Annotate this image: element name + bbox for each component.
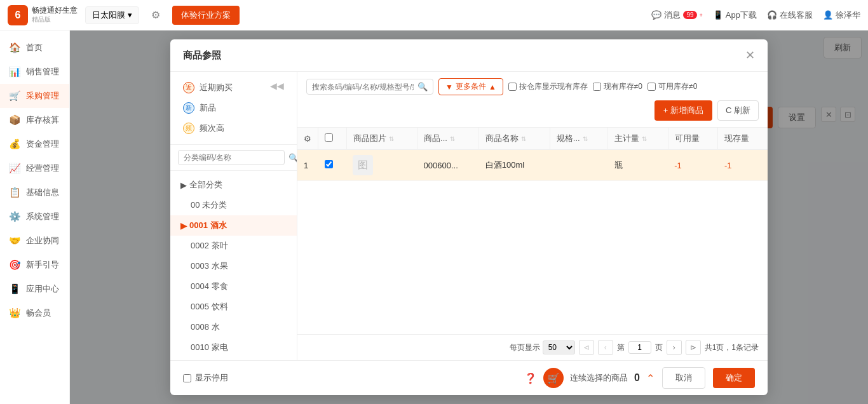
modal-title: 商品参照 <box>183 50 221 62</box>
sidebar-item-guide[interactable]: 🎯 新手引导 <box>0 253 69 277</box>
member-icon: 👑 <box>9 307 21 319</box>
sidebar-label: 资金管理 <box>26 138 59 150</box>
sales-icon: 📊 <box>9 66 21 77</box>
sidebar-label: 首页 <box>26 42 43 53</box>
app-download-button[interactable]: 📱 App下载 <box>713 10 757 21</box>
category-item-0003[interactable]: 0003 水果 <box>170 256 297 276</box>
page-size-dropdown[interactable]: 50 10 20 100 <box>543 340 575 354</box>
nonzero-stock-checkbox[interactable]: 现有库存≠0 <box>593 81 642 92</box>
freq-icon: 频 <box>183 123 194 134</box>
col-code[interactable]: 商品...⇅ <box>417 128 479 150</box>
category-item-0002[interactable]: 0002 茶叶 <box>170 236 297 256</box>
cart-icon[interactable]: 🛒 <box>543 368 564 388</box>
next-page-button[interactable]: › <box>667 340 682 355</box>
modal-header: 商品参照 ✕ <box>170 39 768 72</box>
help-icon[interactable]: ❓ <box>524 372 537 384</box>
left-panel: 近 近期购买 新 新品 频 频次高 <box>170 72 297 360</box>
row-image: 图 <box>346 150 417 181</box>
add-product-button[interactable]: + 新增商品 <box>654 100 712 121</box>
purchase-icon: 🛒 <box>9 90 21 102</box>
filter-icon: ▼ <box>445 83 453 91</box>
category-item-0004[interactable]: 0004 零食 <box>170 276 297 297</box>
col-spec[interactable]: 规格...⇅ <box>550 128 608 150</box>
sidebar-item-sales[interactable]: 📊 销售管理 <box>0 60 69 84</box>
category-search-input[interactable] <box>178 150 285 165</box>
category-list: ▶ 全部分类 00 未分类 ▶ 0001 酒水 <box>170 171 297 360</box>
sidebar-item-member[interactable]: 👑 畅会员 <box>0 301 69 325</box>
sidebar-item-enterprise[interactable]: 🤝 企业协同 <box>0 229 69 253</box>
product-image: 图 <box>353 155 373 175</box>
select-all-checkbox[interactable] <box>325 133 333 142</box>
prev-page-button[interactable]: ‹ <box>598 340 613 355</box>
main-content: 查询 设置 ✕ ⊡ 刷新 商品参照 ✕ <box>70 30 868 404</box>
home-icon: 🏠 <box>9 42 21 53</box>
frequent-filter[interactable]: 频 频次高 <box>178 119 238 138</box>
nav-select-text: 日太阳膜 <box>92 10 125 21</box>
sidebar-item-finance[interactable]: 💰 资金管理 <box>0 132 69 156</box>
category-item-00[interactable]: 00 未分类 <box>170 195 297 215</box>
new-product-filter[interactable]: 新 新品 <box>178 98 238 118</box>
sort-icon: ⇅ <box>583 135 588 142</box>
sidebar-item-purchase[interactable]: 🛒 采购管理 <box>0 84 69 108</box>
row-name: 白酒100ml <box>479 150 550 181</box>
sidebar-label: 库存核算 <box>26 114 59 126</box>
inventory-icon: 📦 <box>9 114 21 126</box>
cancel-button[interactable]: 取消 <box>662 367 705 389</box>
first-page-button[interactable]: ⊲ <box>579 340 594 355</box>
row-checkbox[interactable] <box>318 150 347 181</box>
sidebar-label: 系统管理 <box>26 211 59 222</box>
sidebar-item-home[interactable]: 🏠 首页 <box>0 36 69 60</box>
enterprise-icon: 🤝 <box>9 235 21 246</box>
table-row[interactable]: 1 图 000600... 白酒100ml 瓶 <box>297 150 768 181</box>
chevron-up-icon: ▲ <box>489 83 496 91</box>
category-item-all[interactable]: ▶ 全部分类 <box>170 175 297 195</box>
show-disabled-toggle[interactable]: 显示停用 <box>183 372 228 384</box>
settings-icon[interactable]: ⚙ <box>146 5 166 25</box>
sidebar-item-apps[interactable]: 📱 应用中心 <box>0 277 69 301</box>
last-page-button[interactable]: ⊳ <box>686 340 701 355</box>
collapse-cart-button[interactable]: ⌃ <box>646 372 654 384</box>
refresh-button[interactable]: C 刷新 <box>717 100 759 121</box>
row-spec <box>550 150 608 181</box>
modal-close-button[interactable]: ✕ <box>745 48 755 62</box>
sidebar-item-basic[interactable]: 📋 基础信息 <box>0 180 69 205</box>
operations-icon: 📈 <box>9 163 21 174</box>
toolbar: 🔍 ▼ 更多条件 ▲ 按仓库显示现有库存 <box>297 72 768 128</box>
col-settings[interactable]: ⚙ <box>297 128 318 150</box>
show-disabled-checkbox[interactable] <box>183 374 191 382</box>
category-item-0005[interactable]: 0005 饮料 <box>170 297 297 317</box>
warehouse-stock-checkbox[interactable]: 按仓库显示现有库存 <box>508 81 588 92</box>
page-number-input[interactable] <box>628 341 651 354</box>
confirm-button[interactable]: 确定 <box>713 368 755 388</box>
collapse-left-button[interactable]: ◀◀ <box>265 78 289 93</box>
category-item-0010[interactable]: 0010 家电 <box>170 337 297 358</box>
sidebar-label: 采购管理 <box>26 90 59 102</box>
search-submit-icon[interactable]: 🔍 <box>417 82 428 91</box>
sidebar-item-inventory[interactable]: 📦 库存核算 <box>0 108 69 132</box>
username: 徐泽华 <box>836 10 860 21</box>
messages-button[interactable]: 💬 消息 99 + <box>651 10 702 21</box>
col-available[interactable]: 可用量 <box>668 128 718 150</box>
more-filter-button[interactable]: ▼ 更多条件 ▲ <box>438 78 503 95</box>
expand-icon-active: ▶ <box>180 221 187 231</box>
product-search-input[interactable] <box>312 83 414 91</box>
sidebar-label: 畅会员 <box>26 307 51 319</box>
user-menu[interactable]: 👤 徐泽华 <box>823 10 860 21</box>
col-stock[interactable]: 现存量 <box>718 128 768 150</box>
sidebar-item-operations[interactable]: 📈 经营管理 <box>0 156 69 180</box>
col-name[interactable]: 商品名称⇅ <box>479 128 550 150</box>
online-service-button[interactable]: 🎧 在线客服 <box>767 10 813 21</box>
row-stock: -1 <box>718 150 768 181</box>
category-item-0001[interactable]: ▶ 0001 酒水 <box>170 215 297 236</box>
try-industry-button[interactable]: 体验行业方案 <box>172 6 240 25</box>
col-unit[interactable]: 主计量⇅ <box>608 128 668 150</box>
main-layout: 🏠 首页 📊 销售管理 🛒 采购管理 📦 库存核算 💰 资金管理 📈 经营管理 … <box>0 30 868 404</box>
available-nonzero-checkbox[interactable]: 可用库存≠0 <box>648 81 697 92</box>
guide-icon: 🎯 <box>9 259 21 271</box>
recent-purchase-filter[interactable]: 近 近期购买 <box>178 78 238 97</box>
row-no: 1 <box>297 150 318 181</box>
nav-select-dropdown[interactable]: 日太阳膜 ▾ <box>85 6 139 24</box>
category-item-0008[interactable]: 0008 水 <box>170 317 297 337</box>
search-icon[interactable]: 🔍 <box>288 153 297 163</box>
sidebar-item-system[interactable]: ⚙️ 系统管理 <box>0 205 69 229</box>
